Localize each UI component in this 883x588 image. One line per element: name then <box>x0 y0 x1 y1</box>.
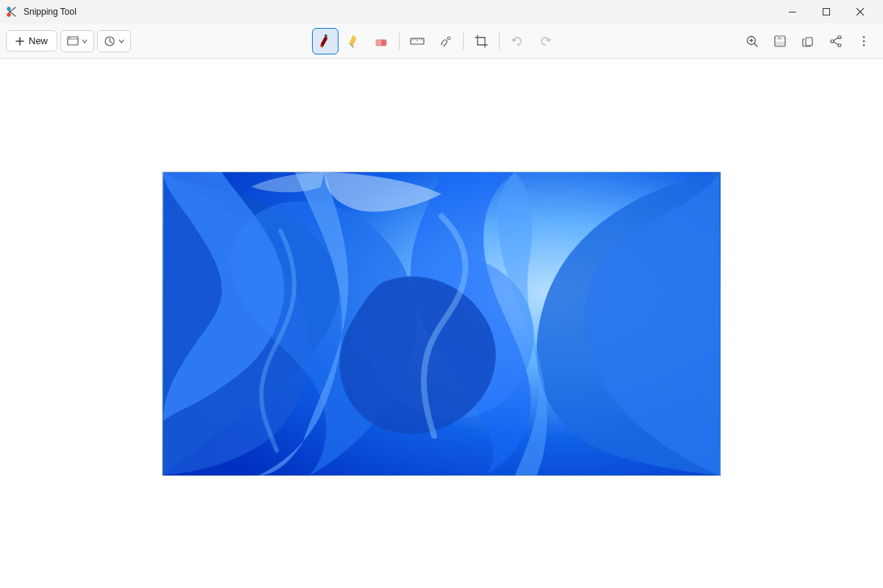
crop-button[interactable] <box>468 28 494 54</box>
save-button[interactable] <box>767 28 793 54</box>
svg-point-49 <box>863 36 865 38</box>
svg-rect-5 <box>823 9 830 15</box>
svg-point-0 <box>7 13 11 17</box>
svg-line-38 <box>754 43 757 46</box>
pen-icon <box>318 34 333 49</box>
minimize-button[interactable] <box>776 0 809 24</box>
crop-icon <box>474 34 489 49</box>
share-button[interactable] <box>823 28 849 54</box>
eraser-icon <box>374 34 389 49</box>
undo-icon <box>511 35 524 48</box>
svg-rect-17 <box>320 46 323 46</box>
zoom-in-icon <box>745 35 759 48</box>
eraser-button[interactable] <box>368 28 394 54</box>
divider-1 <box>399 32 400 50</box>
canvas-area <box>0 59 883 588</box>
svg-rect-41 <box>779 36 780 39</box>
svg-rect-42 <box>776 42 784 46</box>
undo-button[interactable] <box>504 28 531 54</box>
title-bar: Snipping Tool <box>0 0 883 24</box>
toolbar-left: New <box>6 30 131 52</box>
svg-point-51 <box>863 44 865 46</box>
svg-point-44 <box>838 35 841 38</box>
ruler-button[interactable] <box>404 28 430 54</box>
divider-2 <box>463 32 464 50</box>
pen-button[interactable] <box>312 28 338 54</box>
app-title: Snipping Tool <box>24 7 77 17</box>
more-options-button[interactable] <box>851 28 877 54</box>
svg-marker-14 <box>321 36 327 46</box>
history-chevron <box>118 38 124 44</box>
svg-rect-10 <box>68 37 78 45</box>
app-icon <box>6 6 18 18</box>
svg-point-1 <box>7 7 11 11</box>
history-button[interactable] <box>97 30 131 52</box>
divider-3 <box>499 32 500 50</box>
highlighter-button[interactable] <box>340 28 366 54</box>
svg-point-45 <box>838 43 841 46</box>
plus-icon <box>15 37 24 46</box>
redo-button[interactable] <box>532 28 558 54</box>
svg-rect-43 <box>806 38 812 46</box>
redo-icon <box>539 35 552 48</box>
toolbar-center <box>134 28 736 54</box>
share-icon <box>829 35 843 48</box>
svg-rect-20 <box>352 46 353 48</box>
title-bar-controls <box>776 0 877 24</box>
copy-button[interactable] <box>795 28 821 54</box>
svg-point-30 <box>447 37 450 40</box>
save-icon <box>773 35 787 48</box>
svg-point-46 <box>831 40 834 43</box>
screenshot-image <box>162 171 721 476</box>
new-label: New <box>29 35 48 46</box>
touch-write-icon <box>438 34 453 49</box>
more-options-icon <box>857 35 870 48</box>
history-icon <box>104 35 116 47</box>
svg-line-47 <box>834 41 838 44</box>
ruler-icon <box>410 34 425 49</box>
zoom-in-button[interactable] <box>739 28 765 54</box>
toolbar-right <box>739 28 877 54</box>
snip-mode-icon <box>67 35 79 47</box>
highlighter-icon <box>346 34 361 49</box>
toolbar: New <box>0 24 883 59</box>
svg-rect-22 <box>381 40 386 46</box>
snip-mode-button[interactable] <box>60 30 94 52</box>
svg-rect-4 <box>789 12 796 13</box>
new-button[interactable]: New <box>6 30 57 52</box>
snip-mode-chevron <box>82 38 88 44</box>
title-bar-left: Snipping Tool <box>6 6 77 18</box>
maximize-button[interactable] <box>809 0 843 24</box>
wallpaper-svg <box>163 172 720 475</box>
svg-line-48 <box>834 38 838 40</box>
copy-icon <box>801 35 815 48</box>
close-button[interactable] <box>843 0 877 24</box>
svg-point-50 <box>863 40 865 42</box>
touch-write-button[interactable] <box>432 28 458 54</box>
